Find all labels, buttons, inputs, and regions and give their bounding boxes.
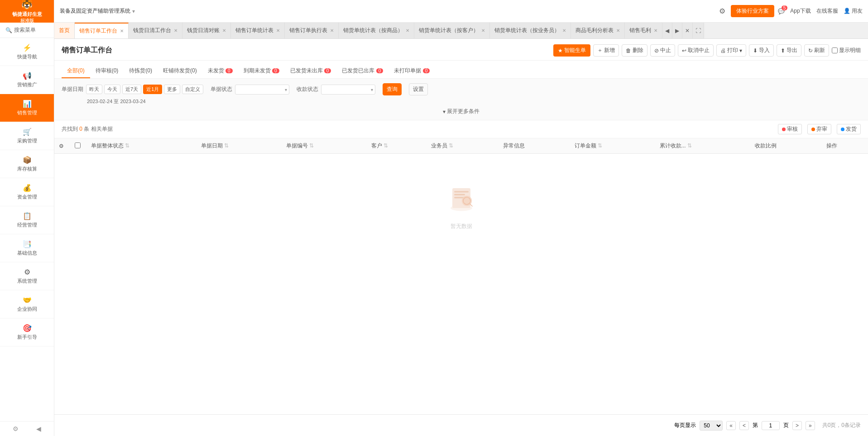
tab-sales-profit[interactable]: 销售毛利 ✕: [625, 23, 662, 39]
tab-cash-reconcile-close[interactable]: ✕: [222, 28, 226, 33]
tab-sales-exec[interactable]: 销售订单执行表 ✕: [285, 23, 339, 39]
subtab-wangpu[interactable]: 旺铺待发货(0): [158, 64, 202, 78]
subtab-shipped-not-in[interactable]: 已发货未出库 0: [285, 64, 337, 78]
tab-close-current[interactable]: ✕: [682, 23, 693, 39]
tab-sales-exec-close[interactable]: ✕: [330, 28, 334, 33]
select-all-checkbox[interactable]: [75, 142, 81, 148]
tab-gross-margin-close[interactable]: ✕: [616, 28, 620, 33]
sidebar-item-finance[interactable]: 💰 资金管理: [0, 178, 54, 206]
tab-sales-by-staff[interactable]: 销货单统计表（按业务员） ✕: [490, 23, 571, 39]
th-collected-sort[interactable]: ⇅: [687, 142, 692, 149]
subtab-pending-review[interactable]: 待审核(0): [90, 64, 124, 78]
prev-page-btn[interactable]: <: [739, 421, 749, 430]
last-page-btn[interactable]: »: [806, 421, 815, 430]
subtab-overdue[interactable]: 到期未发货 0: [238, 64, 285, 78]
sidebar-item-search[interactable]: 🔍 搜索菜单: [0, 23, 54, 38]
subtab-not-shipped[interactable]: 未发货 0: [202, 64, 238, 78]
online-service-link[interactable]: 在线客服: [816, 7, 838, 15]
tab-sales-stat-close[interactable]: ✕: [276, 28, 280, 33]
tab-nav-prev[interactable]: ◀: [662, 23, 672, 39]
sidebar-item-enterprise[interactable]: 🤝 企业协同: [0, 290, 54, 318]
expand-btn[interactable]: ▾ 展开更多条件: [443, 108, 480, 115]
tab-maximize[interactable]: ⛶: [693, 23, 704, 39]
th-checkbox[interactable]: [68, 138, 86, 154]
tab-sales-by-product-close[interactable]: ✕: [406, 28, 409, 33]
ship-stat-btn[interactable]: 发货: [837, 124, 861, 134]
sidebar-item-sales[interactable]: 📊 销售管理: [0, 94, 54, 122]
settings-filter-btn[interactable]: 设置: [409, 83, 428, 95]
first-page-btn[interactable]: «: [726, 421, 736, 430]
topbar-settings-icon[interactable]: ⚙: [719, 7, 725, 15]
tab-cash-clear-close[interactable]: ✕: [174, 28, 177, 33]
subtab-all[interactable]: 全部(0): [62, 64, 90, 78]
sidebar-item-marketing[interactable]: 📢 营销推广: [0, 66, 54, 94]
tab-sales-workbench[interactable]: 销售订单工作台 ✕: [75, 23, 129, 39]
message-btn[interactable]: 💬 5: [778, 8, 785, 14]
system-dropdown-icon[interactable]: ▾: [132, 8, 135, 14]
tab-sales-by-product[interactable]: 销货单统计表（按商品） ✕: [339, 23, 414, 39]
sidebar-item-operations[interactable]: 📋 经营管理: [0, 206, 54, 234]
page-size-select[interactable]: 50 10 20 100: [700, 421, 723, 431]
subtab-shipped-in[interactable]: 已发货已出库 0: [336, 64, 388, 78]
th-number-sort[interactable]: ⇅: [309, 142, 314, 149]
subtab-not-printed[interactable]: 未打印单据 0: [388, 64, 435, 78]
cancel-stat-btn[interactable]: 弃审: [807, 124, 831, 134]
tab-sales-by-staff-close[interactable]: ✕: [562, 28, 566, 33]
settings-bottom-icon[interactable]: ⚙: [13, 425, 19, 432]
sidebar-item-inventory[interactable]: 📦 库存核算: [0, 150, 54, 178]
th-amount-sort[interactable]: ⇅: [598, 142, 602, 149]
subtab-pending-pickup[interactable]: 待拣货(0): [124, 64, 158, 78]
print-btn[interactable]: 🖨 打印 ▾: [716, 44, 746, 57]
th-staff-sort[interactable]: ⇅: [449, 142, 453, 149]
tab-gross-margin[interactable]: 商品毛利分析表 ✕: [571, 23, 625, 39]
collapse-icon[interactable]: ◀: [36, 425, 41, 432]
tab-sales-profit-close[interactable]: ✕: [654, 28, 657, 33]
stop-btn[interactable]: ⊘ 中止: [650, 44, 675, 57]
date-btn-more[interactable]: 更多: [164, 85, 180, 94]
tab-sales-stat[interactable]: 销售订单统计表 ✕: [231, 23, 285, 39]
import-btn[interactable]: ⬇ 导入: [749, 44, 774, 57]
tab-sales-workbench-close[interactable]: ✕: [120, 28, 124, 33]
empty-icon: [443, 181, 480, 217]
delete-btn[interactable]: 🗑 删除: [622, 44, 647, 57]
date-btn-yesterday[interactable]: 昨天: [86, 85, 102, 94]
sidebar-item-system[interactable]: ⚙ 系统管理: [0, 262, 54, 290]
tab-sales-by-customer[interactable]: 销货单统计表（按客户） ✕: [414, 23, 490, 39]
import-label: 导入: [759, 47, 770, 54]
date-btn-custom[interactable]: 自定义: [182, 85, 203, 94]
page-input[interactable]: [762, 421, 780, 430]
trial-btn[interactable]: 体验行业方案: [731, 5, 774, 17]
cancel-stop-btn[interactable]: ↩ 取消中止: [678, 44, 714, 57]
review-stat-btn[interactable]: 审核: [778, 124, 802, 134]
date-btn-1month[interactable]: 近1月: [143, 85, 162, 94]
th-settings[interactable]: ⚙: [54, 138, 68, 154]
th-customer-sort[interactable]: ⇅: [384, 142, 388, 149]
payment-select[interactable]: [321, 85, 375, 95]
show-detail-checkbox[interactable]: [832, 47, 838, 53]
sidebar-item-guide[interactable]: 🎯 新手引导: [0, 318, 54, 346]
date-btn-today[interactable]: 今天: [104, 85, 120, 94]
tab-home[interactable]: 首页: [54, 23, 75, 39]
tab-sales-by-customer-close[interactable]: ✕: [481, 28, 485, 33]
query-btn[interactable]: 查询: [383, 83, 402, 95]
app-download-link[interactable]: App下载: [790, 7, 810, 15]
smart-gen-btn[interactable]: ★ 智能生单: [553, 44, 590, 57]
tab-cash-reconcile[interactable]: 钱货日清对账 ✕: [182, 23, 231, 39]
user-avatar[interactable]: 👤 用友: [844, 7, 863, 15]
status-select[interactable]: [235, 85, 289, 95]
sidebar-item-quick-nav[interactable]: ⚡ 快捷导航: [0, 38, 54, 66]
tab-cash-clear[interactable]: 钱货日清工作台 ✕: [129, 23, 182, 39]
show-detail-label[interactable]: 显示明细: [832, 47, 861, 54]
th-status-sort[interactable]: ⇅: [125, 142, 129, 149]
export-btn[interactable]: ⬆ 导出: [777, 44, 801, 57]
th-number-label: 单据编号: [286, 142, 308, 149]
date-btn-7days[interactable]: 近7天: [122, 85, 141, 94]
next-page-btn[interactable]: >: [792, 421, 802, 430]
add-btn[interactable]: ＋ 新增: [593, 44, 619, 57]
sidebar-item-basic[interactable]: 📑 基础信息: [0, 234, 54, 262]
th-date-sort[interactable]: ⇅: [224, 142, 229, 149]
tab-nav-next[interactable]: ▶: [672, 23, 682, 39]
refresh-btn[interactable]: ↻ 刷新: [804, 44, 829, 57]
sidebar-item-purchase[interactable]: 🛒 采购管理: [0, 122, 54, 150]
th-action: 操作: [822, 138, 868, 154]
